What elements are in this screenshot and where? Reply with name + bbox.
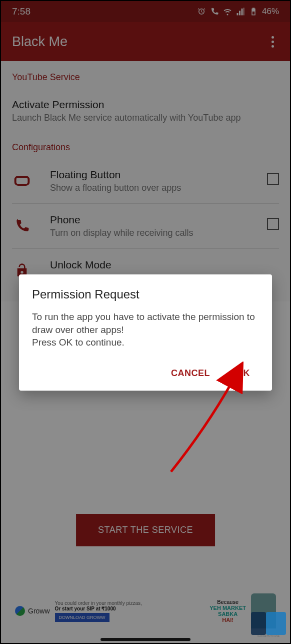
watermark-logo: GADGETS TO USE xyxy=(249,609,288,639)
ok-button[interactable]: OK xyxy=(232,363,254,384)
dialog-body: To run the app you have to activate the … xyxy=(32,310,259,349)
permission-dialog: Permission Request To run the app you ha… xyxy=(19,274,272,391)
svg-rect-1 xyxy=(251,612,266,635)
svg-text:GADGETS TO USE: GADGETS TO USE xyxy=(258,634,280,637)
cancel-button[interactable]: CANCEL xyxy=(167,363,214,384)
svg-rect-2 xyxy=(266,612,286,635)
dialog-title: Permission Request xyxy=(32,287,259,301)
